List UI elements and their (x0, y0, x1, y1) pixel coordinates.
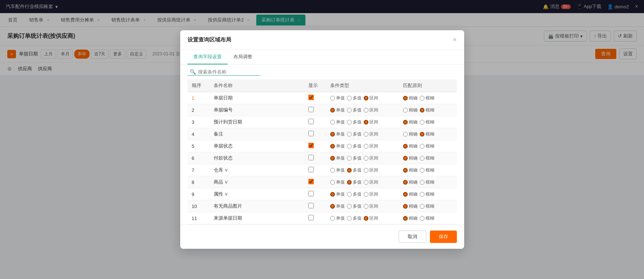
dialog-tab-layout[interactable]: 布局调整 (228, 50, 258, 64)
search-box: 🔍 (180, 64, 464, 75)
dialog-title: 设置查询区域布局 (187, 36, 231, 43)
dialog-tabs: 查询字段设置 布局调整 (180, 50, 464, 64)
modal-overlay: 设置查询区域布局 × 查询字段设置 布局调整 🔍 顺序 条件名称 显示 (0, 0, 644, 75)
dialog-close-icon[interactable]: × (453, 36, 457, 44)
dialog-tab-query-fields[interactable]: 查询字段设置 (187, 50, 228, 64)
settings-dialog: 设置查询区域布局 × 查询字段设置 布局调整 🔍 顺序 条件名称 显示 (180, 30, 464, 75)
search-input[interactable] (198, 69, 256, 75)
dialog-header: 设置查询区域布局 × (180, 30, 464, 50)
search-icon: 🔍 (190, 69, 196, 75)
search-input-wrap: 🔍 (187, 68, 260, 75)
